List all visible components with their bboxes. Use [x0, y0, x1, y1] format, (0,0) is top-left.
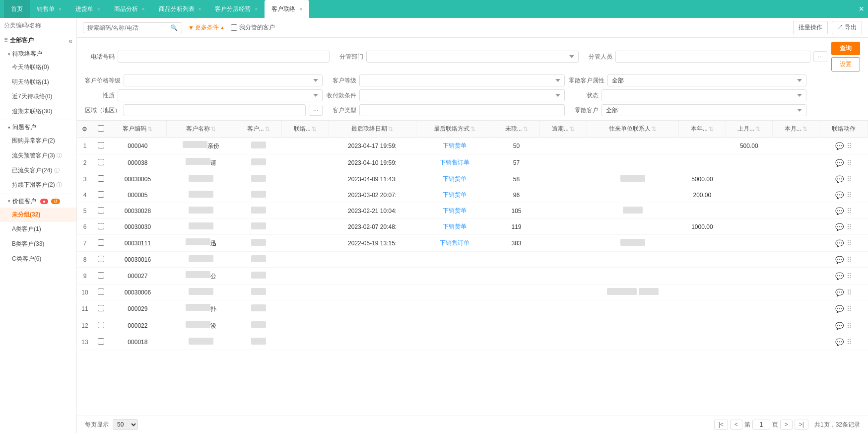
message-icon[interactable]: 💬 — [835, 159, 844, 167]
message-icon[interactable]: 💬 — [835, 338, 844, 346]
settings-icon[interactable]: ⚙ — [82, 126, 87, 133]
col-settings[interactable]: ⚙ — [77, 121, 93, 138]
sidebar-item-class-b[interactable]: B类客户(33) — [0, 237, 76, 252]
search-input[interactable] — [87, 24, 168, 31]
message-icon[interactable]: 💬 — [835, 289, 844, 296]
sidebar-item-churned[interactable]: 已流失客户(24) ⓘ — [0, 163, 76, 178]
refresh-badge[interactable]: ↺ — [51, 199, 60, 204]
select-scatter-attr[interactable]: 全部 — [607, 74, 806, 86]
row-checkbox[interactable] — [98, 256, 104, 262]
input-phone[interactable] — [118, 51, 330, 63]
sidebar-item-churn-warning[interactable]: 流失预警客户(3) ⓘ — [0, 148, 76, 163]
grid-icon[interactable]: ⠿ — [847, 159, 852, 167]
select-all-checkbox[interactable] — [98, 125, 104, 132]
row-checkbox[interactable] — [98, 223, 104, 229]
tab-goods-analysis-list[interactable]: 商品分析列表 × — [152, 0, 208, 18]
row-checkbox[interactable] — [98, 322, 104, 328]
input-customer-type[interactable] — [359, 104, 564, 116]
select-scatter-customer[interactable]: 全部 — [601, 104, 806, 116]
col-name[interactable]: 客户名称 ⇅ — [167, 121, 235, 138]
row-checkbox[interactable] — [98, 338, 104, 345]
col-contact[interactable]: 联络... ⇅ — [282, 121, 329, 138]
message-icon[interactable]: 💬 — [835, 272, 844, 280]
grid-icon[interactable]: ⠿ — [847, 272, 852, 280]
grid-icon[interactable]: ⠿ — [847, 175, 852, 183]
grid-icon[interactable]: ⠿ — [847, 256, 852, 264]
col-last-date[interactable]: 最后联络日期 ⇅ — [329, 121, 416, 138]
page-number-input[interactable] — [752, 420, 770, 430]
region-more-btn[interactable]: ··· — [309, 105, 323, 116]
sidebar-item-overdue[interactable]: 逾期未联络(30) — [0, 104, 76, 119]
close-sales-icon[interactable]: × — [59, 6, 62, 12]
last-method-link[interactable]: 下销货单 — [443, 223, 467, 230]
message-icon[interactable]: 💬 — [835, 223, 844, 231]
message-icon[interactable]: 💬 — [835, 256, 844, 264]
message-icon[interactable]: 💬 — [835, 239, 844, 247]
grid-icon[interactable]: ⠿ — [847, 305, 852, 313]
grid-icon[interactable]: ⠿ — [847, 142, 852, 150]
sidebar-item-abnormal[interactable]: 囤购异常客户(2) — [0, 134, 76, 148]
group-pending-contact[interactable]: ▾ 待联络客户 — [0, 48, 76, 60]
close-all-button[interactable]: × — [859, 4, 864, 14]
tab-home[interactable]: 首页 — [4, 0, 30, 18]
first-page-button[interactable]: |< — [714, 420, 728, 430]
sidebar-search-input[interactable] — [4, 22, 77, 29]
more-conditions-button[interactable]: ▼ 更多条件 ▲ — [188, 23, 225, 32]
sidebar-item-today[interactable]: 今天待联络(0) — [0, 60, 76, 75]
last-method-link[interactable]: 下销货单 — [443, 142, 467, 149]
prev-page-button[interactable]: < — [730, 420, 742, 430]
col-last-method[interactable]: 最后联络方式 ⇅ — [416, 121, 493, 138]
select-customer-level[interactable] — [359, 74, 564, 86]
message-icon[interactable]: 💬 — [835, 142, 844, 150]
message-icon[interactable]: 💬 — [835, 207, 844, 215]
grid-icon[interactable]: ⠿ — [847, 239, 852, 247]
grid-icon[interactable]: ⠿ — [847, 191, 852, 199]
row-checkbox[interactable] — [98, 272, 104, 279]
row-checkbox[interactable] — [98, 159, 104, 165]
select-payment[interactable] — [359, 89, 564, 101]
page-size-select[interactable]: 50 100 200 — [113, 419, 138, 430]
select-price-level[interactable] — [124, 74, 323, 86]
sidebar-item-declining[interactable]: 持续下滑客户(2) ⓘ — [0, 178, 76, 193]
row-checkbox[interactable] — [98, 175, 104, 182]
row-checkbox[interactable] — [98, 239, 104, 246]
tab-customer-layer[interactable]: 客户分层经营 × — [208, 0, 265, 18]
col-month[interactable]: 本月... ⇅ — [772, 121, 819, 138]
col-uncontacted[interactable]: 未联... ⇅ — [493, 121, 539, 138]
last-method-link[interactable]: 下销货单 — [443, 175, 467, 182]
grid-icon[interactable]: ⠿ — [847, 322, 852, 330]
next-page-button[interactable]: > — [780, 420, 793, 430]
grid-icon[interactable]: ⠿ — [847, 338, 852, 346]
col-overdue[interactable]: 逾期... ⇅ — [540, 121, 587, 138]
reset-button[interactable]: 设置 — [831, 57, 860, 72]
col-type[interactable]: 客户... ⇅ — [235, 121, 281, 138]
select-dept[interactable] — [366, 51, 578, 63]
grid-icon[interactable]: ⠿ — [847, 223, 852, 231]
message-icon[interactable]: 💬 — [835, 305, 844, 313]
export-button[interactable]: ↗ 导出 — [832, 21, 862, 34]
close-goods-analysis-icon[interactable]: × — [142, 6, 145, 12]
close-goods-analysis-list-icon[interactable]: × — [199, 6, 201, 12]
query-button[interactable]: 查询 — [831, 42, 860, 55]
grid-icon[interactable]: ⠿ — [847, 289, 852, 296]
sidebar-collapse-icon[interactable]: « — [68, 37, 72, 45]
tab-sales[interactable]: 销售单 × — [30, 0, 68, 18]
all-customers-header[interactable]: ⠿ 全部客户 « — [0, 33, 76, 48]
group-value-customers[interactable]: ▾ 价值客户 ● ↺ — [0, 195, 76, 208]
sidebar-item-tomorrow[interactable]: 明天待联络(1) — [0, 75, 76, 90]
my-customers-checkbox[interactable] — [231, 24, 237, 31]
sidebar-item-class-c[interactable]: C类客户(6) — [0, 252, 76, 267]
search-icon[interactable]: 🔍 — [170, 24, 178, 31]
sidebar-item-ungroup[interactable]: 未分组(32) — [0, 208, 76, 222]
close-purchase-icon[interactable]: × — [97, 6, 100, 12]
grid-icon[interactable]: ⠿ — [847, 207, 852, 215]
last-method-link[interactable]: 下销货单 — [443, 191, 467, 198]
row-checkbox[interactable] — [98, 191, 104, 198]
col-contact2[interactable]: 往来单位联系人 ⇅ — [587, 121, 679, 138]
col-last-month[interactable]: 上月... ⇅ — [726, 121, 772, 138]
close-customer-contact-icon[interactable]: × — [299, 6, 302, 12]
tab-customer-contact[interactable]: 客户联络 × — [265, 0, 309, 18]
group-problem-customers[interactable]: ▾ 问题客户 — [0, 121, 76, 134]
tab-purchase[interactable]: 进货单 × — [68, 0, 107, 18]
select-nature[interactable] — [118, 89, 323, 101]
